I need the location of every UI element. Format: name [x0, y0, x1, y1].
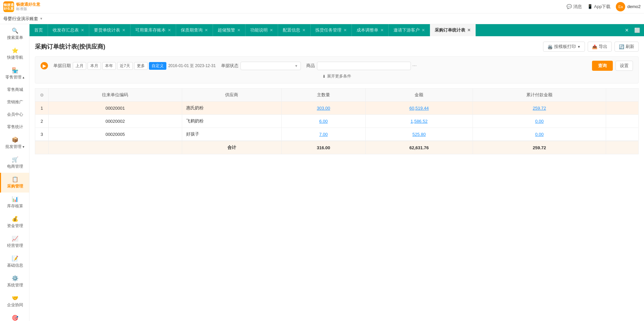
app-download-button[interactable]: 📱 App下载	[587, 4, 610, 10]
tab-goods-stat[interactable]: 要货单统计表 ✕	[89, 24, 130, 36]
tab-invite-close[interactable]: ✕	[422, 28, 425, 33]
tab-config-info[interactable]: 配置信息 ✕	[278, 24, 311, 36]
tab-pick-task-close[interactable]: ✕	[343, 28, 347, 33]
page-title-bar: 采购订单统计表(按供应商) 🖨️ 按模板打印 ▼ 📤 导出 🔄	[35, 42, 639, 52]
tab-receive-close[interactable]: ✕	[81, 28, 84, 33]
tab-goods-stat-close[interactable]: ✕	[122, 28, 125, 33]
sidebar-item-purchase[interactable]: 📋 采购管理	[0, 173, 29, 193]
tab-home[interactable]: 首页	[30, 24, 48, 36]
date-btn-more[interactable]: 更多	[134, 62, 148, 70]
top-bar: 畅捷通好生意 畅捷通好生意 标准版 💬 消息 📱 App下载 Ea demo2	[0, 0, 644, 13]
sidebar-item-wholesale[interactable]: 📦 批发管理 ▼	[0, 133, 29, 153]
col-paid: 累计付款金额	[473, 89, 606, 102]
date-btn-this-year[interactable]: 本年	[102, 62, 116, 70]
top-bar-right: 💬 消息 📱 App下载 Ea demo2	[567, 2, 641, 11]
goods-input[interactable]	[317, 62, 411, 70]
status-select[interactable]: ▼	[240, 62, 301, 70]
money-icon: 💰	[12, 216, 18, 222]
table-row: 2 00020002 飞鹤奶粉 6.00 1,586.52 0.00	[35, 115, 639, 128]
date-btn-7days[interactable]: 近7天	[117, 62, 133, 70]
tab-purchase-stat[interactable]: 采购订单统计表 ✕	[430, 24, 476, 36]
qty-link[interactable]: 7.00	[319, 132, 328, 137]
paid-link[interactable]: 0.00	[535, 132, 543, 137]
tab-available-stock-close[interactable]: ✕	[168, 28, 171, 33]
data-table: ⚙ 往来单位编码 供应商 主数量 金额 累计付款金额 1 00020001 惠氏…	[35, 88, 639, 154]
expand-icon: ⬇	[322, 74, 326, 79]
paid-link[interactable]: 259.72	[533, 106, 546, 111]
logo-area: 畅捷通好生意 畅捷通好生意 标准版	[3, 1, 40, 12]
tab-pick-task[interactable]: 拣货任务管理 ✕	[311, 24, 352, 36]
sidebar-item-quick-nav[interactable]: ⭐ 快捷导航	[0, 44, 29, 64]
refresh-button[interactable]: 🔄 刷新	[614, 42, 639, 52]
sidebar-item-new-guide[interactable]: 🎯 新手引导	[0, 311, 29, 321]
tab-overstock-close[interactable]: ✕	[237, 28, 240, 33]
printer-icon: 🖨️	[547, 44, 553, 49]
date-shortcuts: 上月 本月 本年 近7天 更多 自定义	[73, 62, 166, 70]
sidebar-item-finance[interactable]: 💰 资金管理	[0, 212, 29, 232]
date-btn-last-month[interactable]: 上月	[73, 62, 86, 70]
messages-button[interactable]: 💬 消息	[567, 4, 582, 10]
tab-available-stock[interactable]: 可用量库存账本 ✕	[130, 24, 176, 36]
filter-date-group: 单据日期 上月 本月 本年 近7天 更多 自定义 2016-01-01 至 20…	[53, 62, 216, 70]
status-filter-label: 单据状态	[221, 63, 238, 69]
tab-func-desc[interactable]: 功能说明 ✕	[246, 24, 278, 36]
table-settings-icon[interactable]: ⚙	[40, 93, 44, 98]
arrow-down-icon: ▼	[22, 145, 25, 149]
tab-purchase-stat-close[interactable]: ✕	[467, 28, 471, 33]
date-btn-this-month[interactable]: 本月	[88, 62, 101, 70]
tab-close-all-button[interactable]: ✕	[624, 27, 630, 34]
tab-cost-adjust[interactable]: 成本调整单 ✕	[352, 24, 389, 36]
user-profile[interactable]: Ea demo2	[616, 2, 641, 11]
sidebar-item-system[interactable]: ⚙️ 系统管理	[0, 272, 29, 291]
date-filter-label: 单据日期	[53, 63, 71, 69]
sidebar-item-search[interactable]: 🔍 搜索菜单	[0, 24, 29, 44]
tab-func-desc-close[interactable]: ✕	[270, 28, 273, 33]
workspace-selector[interactable]: 母婴行业演示账套 ▼	[3, 16, 43, 22]
col-settings[interactable]: ⚙	[35, 89, 49, 102]
qty-link[interactable]: 6.00	[319, 119, 328, 124]
sidebar-item-enterprise[interactable]: 🤝 企业协同	[0, 291, 29, 311]
tab-expiry[interactable]: 保质期查询 ✕	[176, 24, 213, 36]
arrow-up-icon: ▲	[22, 76, 25, 79]
sidebar-item-ops[interactable]: 📈 经营管理	[0, 232, 29, 252]
sidebar: 🔍 搜索菜单 ⭐ 快捷导航 🏪 零售管理 ▲ 零售商城 营销推广 会员中心 零售…	[0, 24, 30, 321]
search-button[interactable]: 查询	[592, 61, 613, 71]
sidebar-item-retail-shop[interactable]: 零售商城	[0, 84, 29, 96]
sidebar-item-inventory[interactable]: 📊 库存核算	[0, 193, 29, 212]
print-button[interactable]: 🖨️ 按模板打印 ▼	[543, 42, 585, 52]
sidebar-item-basic[interactable]: 📝 基础信息	[0, 252, 29, 272]
tab-maximize-button[interactable]: ⬜	[633, 27, 641, 34]
star-icon: ⭐	[12, 47, 18, 54]
tab-config-info-close[interactable]: ✕	[302, 28, 306, 33]
tab-bar-actions: ✕ ⬜	[621, 27, 644, 34]
tab-receive[interactable]: 收发存汇总表 ✕	[48, 24, 89, 36]
col-extra	[606, 89, 639, 102]
sidebar-item-retail-mgmt[interactable]: 🏪 零售管理 ▲	[0, 64, 29, 84]
amount-link[interactable]: 525.80	[412, 132, 426, 137]
avatar: Ea	[616, 2, 625, 11]
tab-overstock[interactable]: 超储预警 ✕	[213, 24, 246, 36]
setting-button[interactable]: 设置	[615, 61, 633, 71]
sidebar-item-ecommerce[interactable]: 🛒 电商管理	[0, 153, 29, 173]
paid-link[interactable]: 0.00	[535, 119, 543, 124]
expand-button[interactable]: ⬇ 展开更多条件	[322, 73, 351, 79]
goods-input-more[interactable]: ···	[412, 63, 417, 69]
select-dropdown-icon: ▼	[294, 64, 298, 68]
workspace-dropdown-icon: ▼	[40, 17, 43, 20]
amount-link[interactable]: 60,519.44	[409, 106, 429, 111]
tab-cost-adjust-close[interactable]: ✕	[380, 28, 384, 33]
date-btn-custom[interactable]: 自定义	[149, 62, 166, 70]
filter-toggle-button[interactable]: ▶	[41, 62, 48, 69]
sidebar-item-marketing[interactable]: 营销推广	[0, 96, 29, 108]
qty-link[interactable]: 303.00	[317, 106, 330, 111]
mobile-icon: 📱	[587, 4, 593, 9]
export-icon: 📤	[592, 44, 597, 49]
table-row: 3 00020005 好孩子 7.00 525.80 0.00	[35, 128, 639, 141]
amount-link[interactable]: 1,586.52	[411, 119, 428, 124]
sidebar-item-member[interactable]: 会员中心	[0, 108, 29, 121]
goods-filter-label: 商品	[306, 63, 315, 69]
sidebar-item-retail-stat[interactable]: 零售统计	[0, 121, 29, 133]
tab-expiry-close[interactable]: ✕	[205, 28, 208, 33]
export-button[interactable]: 📤 导出	[588, 42, 612, 52]
tab-invite[interactable]: 邀请下游客户 ✕	[389, 24, 430, 36]
